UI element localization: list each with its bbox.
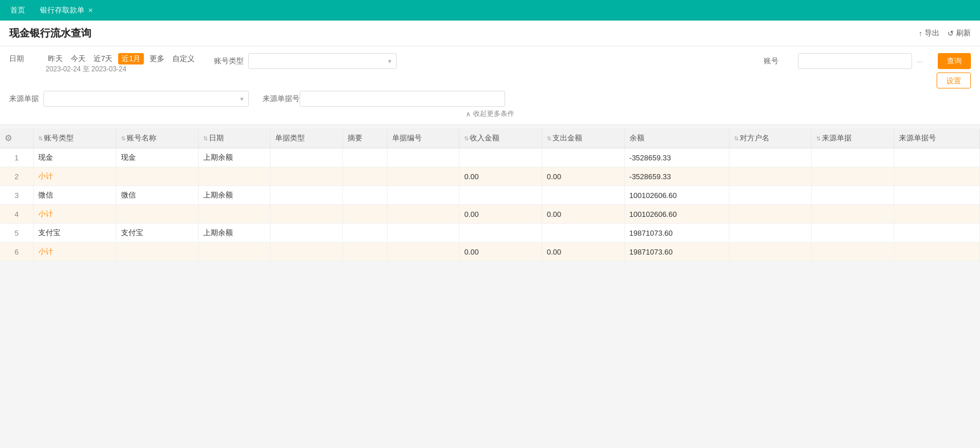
col-header-expense[interactable]: ⇅支出金额 [542, 128, 625, 148]
table-row: 5支付宝支付宝上期余额19871073.60 [0, 224, 980, 243]
cell-date: 上期余额 [199, 224, 271, 243]
cell-source_doc_no [894, 224, 979, 243]
export-button[interactable]: ↑ 导出 [919, 28, 940, 38]
cell-doc_type [271, 186, 342, 205]
cell-counterparty [729, 205, 812, 224]
cell-income [459, 186, 542, 205]
cell-income: 0.00 [459, 205, 542, 224]
sort-icon-acct_name: ⇅ [121, 135, 126, 142]
cell-date [199, 205, 271, 224]
cell-expense: 0.00 [542, 243, 625, 261]
cell-balance: -3528659.33 [624, 167, 729, 186]
sort-icon-expense: ⇅ [547, 135, 551, 142]
cell-summary [342, 186, 388, 205]
settings-button[interactable]: 设置 [937, 72, 971, 88]
col-header-summary: 摘要 [342, 128, 388, 148]
col-header-date[interactable]: ⇅日期 [199, 128, 271, 148]
chevron-down-icon: ▾ [388, 58, 392, 65]
cell-acct_type: 现金 [34, 148, 116, 167]
page-header: 现金银行流水查询 ↑ 导出 ↺ 刷新 [0, 21, 980, 46]
top-navigation: 首页 收款单✕付款单✕其他收入单✕应收应付调整单✕银行存取款单✕预收冲应收单✕收… [0, 0, 980, 21]
cell-num: 5 [0, 224, 34, 243]
nav-tab-close-4[interactable]: ✕ [88, 7, 93, 14]
cell-summary [342, 205, 388, 224]
cell-source_doc [812, 205, 894, 224]
table-row: 4小计0.000.00100102606.60 [0, 205, 980, 224]
col-header-acct_type[interactable]: ⇅账号类型 [34, 128, 116, 148]
cell-counterparty [729, 186, 812, 205]
sort-icon-date: ⇅ [203, 135, 208, 142]
acct-no-label: 账号 [764, 56, 798, 66]
cell-counterparty [729, 167, 812, 186]
cell-acct_name [116, 243, 199, 261]
gear-icon[interactable]: ⚙ [5, 133, 12, 143]
date-option-2[interactable]: 近7天 [91, 53, 115, 64]
cell-doc_type [271, 205, 342, 224]
refresh-button[interactable]: ↺ 刷新 [947, 28, 971, 38]
cell-num: 4 [0, 205, 34, 224]
acct-no-input-wrapper [798, 53, 912, 69]
table-row: 1现金现金上期余额-3528659.33 [0, 148, 980, 167]
col-header-counterparty[interactable]: ⇅对方户名 [729, 128, 812, 148]
nav-tab-4[interactable]: 银行存取款单✕ [33, 0, 115, 21]
acct-type-select[interactable]: ▾ [248, 53, 397, 69]
date-filter-label: 日期 [9, 54, 43, 64]
col-header-source_doc[interactable]: ⇅来源单据 [812, 128, 894, 148]
filter-row-2: 来源单据 ▾ 来源单据号 [9, 91, 971, 107]
cell-source_doc [812, 148, 894, 167]
source-doc-label: 来源单据 [9, 94, 43, 104]
table-row: 6小计0.000.0019871073.60 [0, 243, 980, 261]
query-button[interactable]: 查询 [938, 53, 971, 69]
cell-doc_type [271, 224, 342, 243]
col-header-doc_type: 单据类型 [271, 128, 342, 148]
cell-doc_no [388, 205, 459, 224]
acct-type-filter: 账号类型 ▾ [214, 53, 747, 69]
date-option-0[interactable]: 昨天 [46, 53, 65, 64]
cell-source_doc_no [894, 148, 979, 167]
date-option-1[interactable]: 今天 [68, 53, 88, 64]
col-header-doc_no: 单据编号 [388, 128, 459, 148]
date-option-4[interactable]: 更多 [147, 53, 167, 64]
source-doc-no-label: 来源单据号 [263, 94, 300, 104]
cell-counterparty [729, 224, 812, 243]
cell-acct_name [116, 205, 199, 224]
date-option-3[interactable]: 近1月 [118, 53, 144, 64]
date-range-text: 2023-02-24 至 2023-03-24 [46, 64, 197, 74]
cell-acct_type: 小计 [34, 205, 116, 224]
cell-summary [342, 148, 388, 167]
cell-expense: 0.00 [542, 167, 625, 186]
source-doc-select[interactable]: ▾ [43, 91, 249, 107]
date-option-5[interactable]: 自定义 [170, 53, 197, 64]
collapse-bar[interactable]: ∧ 收起更多条件 [9, 107, 971, 120]
cell-date [199, 167, 271, 186]
date-filter-group: 日期 昨天今天近7天近1月更多自定义 2023-02-24 至 2023-03-… [9, 53, 197, 74]
cell-balance: -3528659.33 [624, 148, 729, 167]
source-doc-no-input[interactable] [305, 95, 500, 103]
cell-source_doc [812, 186, 894, 205]
data-table: ⚙⇅账号类型⇅账号名称⇅日期单据类型摘要单据编号⇅收入金额⇅支出金额余额⇅对方户… [0, 128, 980, 261]
cell-doc_type [271, 243, 342, 261]
filter-area: 日期 昨天今天近7天近1月更多自定义 2023-02-24 至 2023-03-… [0, 46, 980, 125]
cell-balance: 19871073.60 [624, 224, 729, 243]
cell-doc_type [271, 148, 342, 167]
cell-acct_type: 微信 [34, 186, 116, 205]
cell-income [459, 148, 542, 167]
page-title: 现金银行流水查询 [9, 26, 91, 40]
sort-icon-acct_type: ⇅ [38, 135, 43, 142]
acct-type-label: 账号类型 [214, 56, 248, 66]
cell-doc_no [388, 243, 459, 261]
table-header: ⚙⇅账号类型⇅账号名称⇅日期单据类型摘要单据编号⇅收入金额⇅支出金额余额⇅对方户… [0, 128, 980, 148]
cell-acct_type: 小计 [34, 243, 116, 261]
nav-home[interactable]: 首页 [2, 5, 33, 15]
nav-tab-label-4: 银行存取款单 [40, 5, 84, 15]
col-header-acct_name[interactable]: ⇅账号名称 [116, 128, 199, 148]
cell-source_doc [812, 243, 894, 261]
cell-summary [342, 243, 388, 261]
col-header-income[interactable]: ⇅收入金额 [459, 128, 542, 148]
acct-no-more-icon[interactable]: ··· [917, 57, 923, 66]
cell-counterparty [729, 243, 812, 261]
cell-expense: 0.00 [542, 205, 625, 224]
acct-no-input[interactable] [803, 57, 907, 66]
cell-doc_no [388, 167, 459, 186]
header-actions: ↑ 导出 ↺ 刷新 [919, 28, 971, 38]
